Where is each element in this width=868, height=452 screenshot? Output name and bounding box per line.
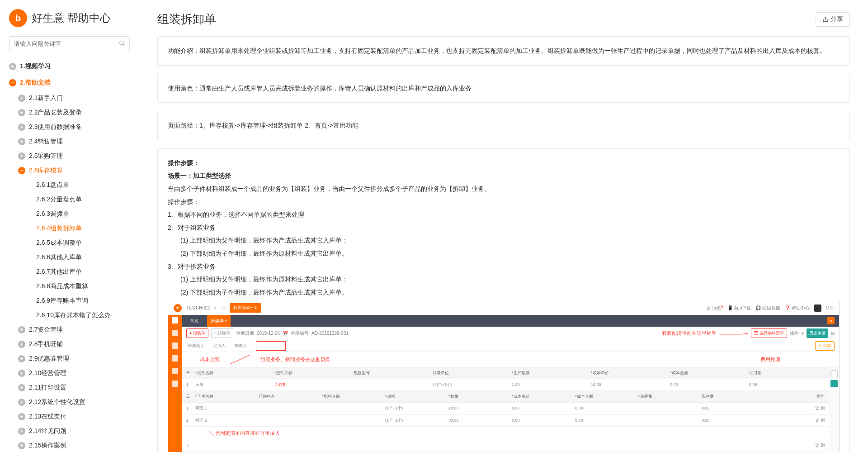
steps-sub: 操作步骤： <box>168 196 840 208</box>
nav-2-6-9[interactable]: 2.6.9库存账本查询 <box>9 293 130 308</box>
mock-arrow-icon: ———→ <box>719 326 748 341</box>
share-icon <box>822 16 829 23</box>
mock-btn-bom: ☰ 选择物料清单 <box>751 328 787 338</box>
nav-2-10[interactable]: +2.10经营管理 <box>9 366 130 380</box>
mock-fee-box: 费用清单 <box>256 341 286 351</box>
nav-2-6-2[interactable]: 2.6.2分量盘点单 <box>9 192 130 206</box>
mock-nav-icon <box>172 368 178 374</box>
nav-2-6-1[interactable]: 2.6.1盘点单 <box>9 177 130 192</box>
logo-text: 好生意 帮助中心 <box>32 11 111 25</box>
minus-icon: − <box>9 79 16 86</box>
role-card: 使用角色：通常由生产人员或库管人员完成拆装业务的操作，库管人员确认原材料的出库和… <box>157 74 850 103</box>
nav-2-14[interactable]: +2.14常见问题 <box>9 423 130 438</box>
logo: b 好生意 帮助中心 <box>9 9 130 27</box>
mock-tabs: 首页 拆装单 × × <box>182 315 839 327</box>
mock-nav-icon <box>172 317 178 324</box>
plus-icon: + <box>18 399 25 406</box>
mock-side-icons <box>829 367 839 452</box>
plus-icon: + <box>18 355 25 362</box>
nav-2-2[interactable]: +2.2产品安装及登录 <box>9 105 130 119</box>
intro-label: 功能介绍： <box>168 47 199 54</box>
plus-icon: + <box>18 370 25 377</box>
intro-text: 组装拆卸单用来处理企业组装或拆卸等加工业务，支持有固定装配清单的产品加工业务，也… <box>199 47 826 54</box>
mock-close-icon: × <box>827 317 835 324</box>
nav-2-15[interactable]: +2.15操作案例 <box>9 438 130 452</box>
page-header: 组装拆卸单 分享 <box>157 11 850 27</box>
path-label: 页面路径： <box>168 122 199 129</box>
step2-1: (1) 上部明细为父件明细，最终作为产成品生成其它入库单； <box>168 234 840 247</box>
mock-nav-icon <box>172 381 178 387</box>
steps-title: 操作步骤： <box>168 157 840 169</box>
plus-icon: + <box>18 384 25 391</box>
nav-2-6-7[interactable]: 2.6.7其他出库单 <box>9 264 130 279</box>
nav-2-3[interactable]: +2.3使用前数据准备 <box>9 119 130 134</box>
mock-save-button: ✎ 保存 <box>815 341 835 351</box>
mock-parent-table: ☰*父件名称*交件库存规格型号计量单位*生产数量*成本单价*成本金额可用量 1床… <box>182 367 829 391</box>
path-card: 页面路径：1、库存核算->库存管理->组装拆卸单 2、首页->常用功能 <box>157 111 850 140</box>
logo-mark: b <box>9 9 27 27</box>
search-input[interactable] <box>9 36 130 51</box>
nav-2-6-8[interactable]: 2.6.8商品成本重算 <box>9 279 130 293</box>
mock-chip-assemble: ● 组装单 <box>186 328 208 338</box>
scene1-desc: 当由多个子件材料组装成一个成品的业务为【组装】业务，当由一个父件拆分成多个子产品… <box>168 183 840 195</box>
mock-renew-button: 我要续购一下 <box>230 303 261 313</box>
nav-video[interactable]: +1.视频学习 <box>9 58 130 74</box>
mock-annotation-2: ╲ 无固定清单的直接在这里录入 <box>182 427 829 440</box>
nav-2-6-5[interactable]: 2.6.5成本调整单 <box>9 235 130 250</box>
nav-2-6-3[interactable]: 2.6.3调拨单 <box>9 206 130 221</box>
plus-icon: + <box>18 109 25 116</box>
plus-icon: + <box>18 413 25 420</box>
plus-icon: + <box>18 95 25 102</box>
page-title: 组装拆卸单 <box>157 11 216 27</box>
role-text: 通常由生产人员或库管人员完成拆装业务的操作，库管人员确认原材料的出库和产成品的入… <box>199 85 472 92</box>
plus-icon: + <box>9 63 16 70</box>
mock-test-label: TEST-H002 <box>186 304 210 312</box>
intro-card: 功能介绍：组装拆卸单用来处理企业组装或拆卸等加工业务，支持有固定装配清单的产品加… <box>157 36 850 66</box>
mock-line-icon <box>230 355 250 365</box>
svg-line-1 <box>123 44 125 46</box>
share-button[interactable]: 分享 <box>816 12 850 27</box>
scene1-title: 场景一：加工类型选择 <box>168 170 840 182</box>
plus-icon: + <box>18 341 25 348</box>
mock-nav-icon <box>172 343 178 349</box>
embedded-screenshot: ♥ TEST-H002 ▾ ⚙ 我要续购一下 ☒ 消息0 📱 App下载 🎧 在… <box>168 301 840 452</box>
role-label: 使用角色： <box>168 85 199 92</box>
mock-avatar-icon <box>814 305 821 312</box>
nav-2-4[interactable]: +2.4销售管理 <box>9 134 130 148</box>
nav-help-docs[interactable]: −2.帮助文档 <box>9 74 130 90</box>
nav-2-6-4[interactable]: 2.6.4组装拆卸单 <box>9 221 130 235</box>
step3: 3、对于拆装业务 <box>168 261 840 273</box>
step2-2: (2) 下部明细为子件明细，最终作为原材料生成其它出库单。 <box>168 247 840 260</box>
mock-side-icon <box>830 370 838 377</box>
nav-2-8[interactable]: +2.8手机旺铺 <box>9 337 130 351</box>
mock-topbar: ♥ TEST-H002 ▾ ⚙ 我要续购一下 ☒ 消息0 📱 App下载 🎧 在… <box>168 301 839 315</box>
steps-card: 操作步骤： 场景一：加工类型选择 当由多个子件材料组装成一个成品的业务为【组装】… <box>157 148 850 452</box>
nav-2-11[interactable]: +2.11打印设置 <box>9 380 130 395</box>
step3-2: (2) 下部明细为子件明细，最终作为产成品生成其它入库单。 <box>168 286 840 299</box>
mock-btn-history: 历史单据 <box>807 328 828 338</box>
search-icon[interactable] <box>119 40 125 48</box>
minus-icon: − <box>18 167 25 174</box>
nav-2-12[interactable]: +2.12系统个性化设置 <box>9 395 130 409</box>
nav-2-6[interactable]: −2.6库存核算 <box>9 163 130 177</box>
step1: 1、根据不同的业务，选择不同单据的类型来处理 <box>168 209 840 221</box>
mock-leftnav <box>168 315 182 452</box>
path-text: 1、库存核算->库存管理->组装拆卸单 2、首页->常用功能 <box>199 122 359 129</box>
nav-2-7[interactable]: +2.7资金管理 <box>9 322 130 337</box>
plus-icon: + <box>18 152 25 160</box>
nav-2-9[interactable]: +2.9优惠券管理 <box>9 351 130 366</box>
plus-icon: + <box>18 428 25 435</box>
step3-1: (1) 上部明细为父件明细，最终作为原材料生成其它出库单； <box>168 273 840 285</box>
mock-annot-bom: 有装配清单的在这里处理 <box>662 328 717 338</box>
nav-2-13[interactable]: +2.13在线支付 <box>9 409 130 423</box>
nav-2-5[interactable]: +2.5采购管理 <box>9 148 130 163</box>
mock-annotation-1: 成本金额 组装业务、拆卸业务在这里切换 费用处理 <box>182 352 839 367</box>
mock-nav-icon <box>172 330 178 336</box>
nav-2-6-6[interactable]: 2.6.6其他入库单 <box>9 250 130 264</box>
nav-2-6-10[interactable]: 2.6.10库存账本错了怎么办 <box>9 308 130 322</box>
mock-form-row: *外购仓库 经办人 制单人 费用清单 ✎ 保存 <box>182 340 839 352</box>
nav-2-1[interactable]: +2.1新手入门 <box>9 90 130 105</box>
mock-side-icon <box>830 380 838 387</box>
mock-toolbar: ● 组装单 ○ 拆卸单 单据日期 2019-12-26 📅 单据编号 AD-20… <box>182 327 839 340</box>
plus-icon: + <box>18 326 25 333</box>
